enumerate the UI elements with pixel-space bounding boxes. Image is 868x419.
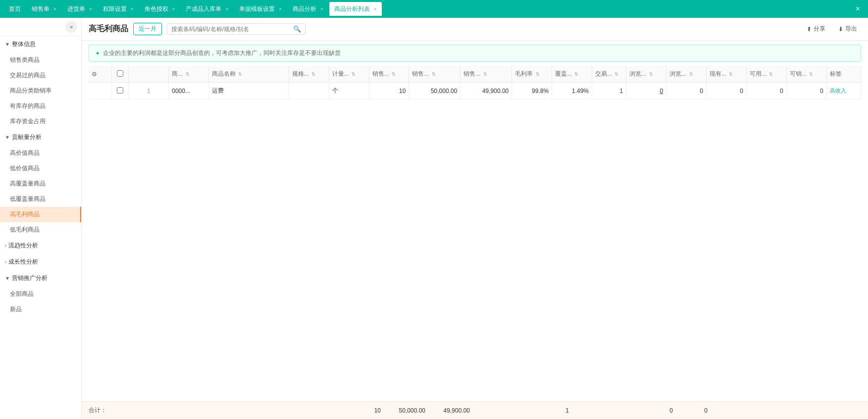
sort-coverage-icon[interactable]: ⇅ (574, 72, 578, 77)
th-unit[interactable]: 计量... ⇅ (329, 66, 369, 83)
cell-coverage: 1.49% (552, 83, 592, 99)
th-sale-cost[interactable]: 销售... ⇅ (460, 66, 512, 83)
content-header: 高毛利商品 近一月 🔍 ⬆ 分享 ⬇ 导出 (82, 18, 868, 41)
share-btn[interactable]: ⬆ 分享 (803, 23, 829, 35)
sidebar-item-low-value[interactable]: 低价值商品 (0, 161, 81, 176)
cell-view2: 0 (666, 83, 707, 99)
th-name[interactable]: 商品名称 ⇅ (209, 66, 289, 83)
cell-sale-cost: 49,900.00 (460, 83, 512, 99)
search-input[interactable] (171, 26, 290, 33)
sort-stock-saleable-icon[interactable]: ⇅ (809, 72, 813, 77)
export-btn[interactable]: ⬇ 导出 (834, 23, 861, 35)
data-table: ⚙ 商... ⇅ 商品名称 ⇅ (89, 66, 861, 99)
th-checkbox[interactable] (111, 66, 129, 83)
nav-sales[interactable]: 销售单 × (27, 2, 61, 16)
sort-name-icon[interactable]: ⇅ (238, 72, 242, 77)
th-spec[interactable]: 规格... ⇅ (289, 66, 329, 83)
sort-stock-current-icon[interactable]: ⇅ (729, 72, 733, 77)
arrow-marketing-icon: ▼ (5, 276, 10, 281)
sort-gross-margin-icon[interactable]: ⇅ (536, 72, 540, 77)
nav-home[interactable]: 首页 (4, 2, 26, 16)
sidebar-item-low-coverage[interactable]: 低覆盖量商品 (0, 191, 81, 207)
th-stock-saleable[interactable]: 可销... ⇅ (786, 66, 826, 83)
content-area: 高毛利商品 近一月 🔍 ⬆ 分享 ⬇ 导出 ✦ 企业的主要的利润都是这部分商品创… (82, 18, 868, 419)
footer-sale-qty: 10 (346, 407, 381, 414)
sidebar-item-all-goods[interactable]: 全部商品 (0, 286, 81, 302)
sort-code-icon[interactable]: ⇅ (186, 72, 190, 77)
sort-view1-icon[interactable]: ⇅ (649, 72, 653, 77)
arrow-overall-icon: ▼ (5, 42, 10, 47)
sidebar-group-marketing[interactable]: ▼ 营销推广分析 (0, 270, 81, 286)
th-gross-margin[interactable]: 毛利率 ⇅ (512, 66, 552, 83)
sidebar-item-sale-goods[interactable]: 销售类商品 (0, 52, 81, 68)
cell-checkbox[interactable] (111, 83, 129, 99)
footer-totals: 合计： 10 50,000.00 49,900.00 1 0 0 (82, 401, 868, 419)
sort-sale-qty-icon[interactable]: ⇅ (392, 72, 396, 77)
th-coverage[interactable]: 覆盖... ⇅ (552, 66, 592, 83)
sidebar-item-high-margin[interactable]: 高毛利商品 (0, 207, 81, 222)
sort-trade-icon[interactable]: ⇅ (614, 72, 618, 77)
nav-inbound[interactable]: 产成品入库单 × (181, 2, 233, 16)
select-all-checkbox[interactable] (117, 70, 123, 77)
nav-roles[interactable]: 角色授权 × (140, 2, 180, 16)
sidebar-item-high-coverage[interactable]: 高覆盖量商品 (0, 176, 81, 191)
close-roles-icon[interactable]: × (172, 6, 175, 12)
cell-code: 0000... (169, 83, 209, 99)
sidebar-collapse-btn[interactable]: « (65, 21, 77, 33)
sort-sale-amount-icon[interactable]: ⇅ (432, 72, 436, 77)
nav-template[interactable]: 单据模板设置 × (234, 2, 287, 16)
th-view2[interactable]: 浏览... ⇅ (666, 66, 707, 83)
sidebar-group-trend[interactable]: › 流趋性分析 (0, 237, 81, 254)
footer-stock-current: 0 (638, 407, 673, 414)
cell-spec (289, 83, 329, 99)
nav-product-analysis[interactable]: 商品分析 × (288, 2, 328, 16)
sidebar-group-contribution[interactable]: ▼ 贡献量分析 (0, 129, 81, 145)
th-view1[interactable]: 浏览... ⇅ (626, 66, 666, 83)
arrow-trend-icon: › (5, 243, 6, 248)
close-template-icon[interactable]: × (279, 6, 282, 12)
th-sale-qty[interactable]: 销售... ⇅ (369, 66, 409, 83)
close-product-analysis-list-icon[interactable]: × (374, 6, 377, 12)
sort-spec-icon[interactable]: ⇅ (311, 72, 315, 77)
th-trade[interactable]: 交易... ⇅ (592, 66, 626, 83)
sidebar-group-growth[interactable]: › 成长性分析 (0, 254, 81, 270)
th-stock-available[interactable]: 可用... ⇅ (746, 66, 786, 83)
close-sales-icon[interactable]: × (53, 6, 56, 12)
sidebar-item-category-rate[interactable]: 商品分类助销率 (0, 83, 81, 98)
sidebar-group-overall[interactable]: ▼ 整体信息 (0, 36, 81, 52)
sidebar-item-stock-capital[interactable]: 库存资金占用 (0, 114, 81, 129)
top-nav: 首页 销售单 × 进货单 × 权限设置 × 角色授权 × 产成品入库单 × 单据… (0, 0, 868, 18)
th-settings[interactable]: ⚙ (89, 66, 111, 83)
row-checkbox[interactable] (117, 87, 123, 93)
th-stock-current[interactable]: 现有... ⇅ (707, 66, 747, 83)
close-inbound-icon[interactable]: × (225, 6, 228, 12)
footer-stock-available: 0 (673, 407, 708, 414)
sort-stock-available-icon[interactable]: ⇅ (769, 72, 773, 77)
sort-view2-icon[interactable]: ⇅ (689, 72, 693, 77)
sidebar-item-new-goods[interactable]: 新品 (0, 302, 81, 317)
cell-gross-margin: 99.8% (512, 83, 552, 99)
th-tag: 标签 (826, 66, 861, 83)
cell-stock-saleable: 0 (786, 83, 826, 99)
sidebar-item-in-stock[interactable]: 有库存的商品 (0, 98, 81, 114)
th-sale-amount[interactable]: 销售... ⇅ (409, 66, 460, 83)
arrow-contribution-icon: ▼ (5, 135, 10, 140)
arrow-growth-icon: › (5, 259, 6, 265)
close-permissions-icon[interactable]: × (131, 6, 134, 12)
nav-purchase[interactable]: 进货单 × (62, 2, 97, 16)
sidebar-item-low-margin[interactable]: 低毛利商品 (0, 222, 81, 237)
th-code[interactable]: 商... ⇅ (169, 66, 209, 83)
sidebar-item-traded-goods[interactable]: 交易过的商品 (0, 68, 81, 83)
sidebar-item-high-value[interactable]: 高价值商品 (0, 145, 81, 161)
sort-unit-icon[interactable]: ⇅ (352, 72, 356, 77)
close-purchase-icon[interactable]: × (89, 6, 92, 12)
window-close-icon[interactable]: × (852, 4, 864, 13)
page-title: 高毛利商品 (89, 24, 128, 34)
nav-permissions[interactable]: 权限设置 × (98, 2, 139, 16)
nav-product-analysis-list[interactable]: 商品分析列表 × (329, 2, 382, 16)
close-product-analysis-icon[interactable]: × (320, 6, 323, 12)
date-filter-btn[interactable]: 近一月 (133, 23, 162, 35)
cell-view1[interactable]: 0 (626, 83, 666, 99)
search-icon[interactable]: 🔍 (293, 25, 301, 33)
sort-sale-cost-icon[interactable]: ⇅ (483, 72, 487, 77)
